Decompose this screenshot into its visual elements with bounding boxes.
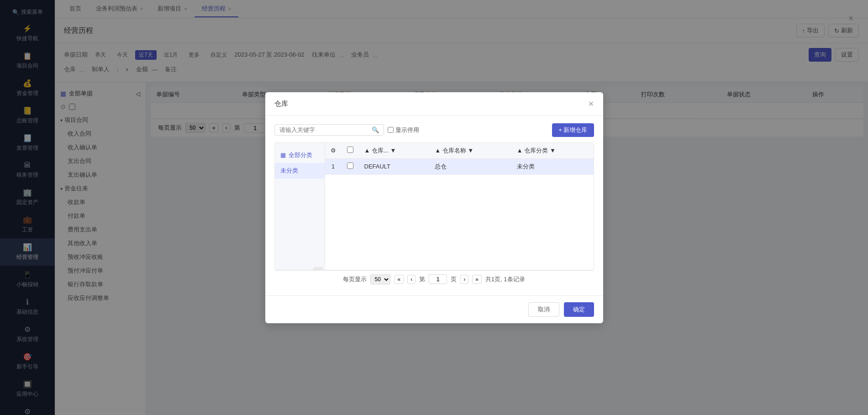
modal-page-size-select[interactable]: 50 [370, 274, 390, 284]
modal-category-panel: ▦ 全部分类 未分类 ◀ [275, 143, 325, 270]
gear-icon[interactable]: ⚙ [331, 147, 336, 154]
modal-first-page-btn[interactable]: « [394, 275, 404, 284]
row-checkbox-cell [342, 158, 359, 174]
col-warehouse-category[interactable]: ▲ 仓库分类 ▼ [511, 143, 594, 159]
cancel-button[interactable]: 取消 [528, 302, 559, 317]
modal-last-page-btn[interactable]: » [472, 275, 482, 284]
modal-content-split: ▦ 全部分类 未分类 ◀ [274, 142, 594, 270]
col-select [342, 143, 359, 159]
warehouse-modal: 仓库 × 🔍 显示停用 + 新增仓库 [265, 92, 603, 323]
modal-next-page-btn[interactable]: › [460, 275, 468, 284]
modal-footer-actions: 取消 确定 [265, 295, 603, 323]
category-unclassified[interactable]: 未分类 [275, 163, 325, 179]
row-category-cell: 未分类 [511, 158, 594, 174]
modal-toolbar: 🔍 显示停用 + 新增仓库 [274, 123, 594, 137]
modal-page-size-label: 每页显示 [343, 275, 367, 284]
warehouse-table: ⚙ ▲ 仓库... ▼ ▲ 仓库名称 ▼ [325, 143, 594, 175]
table-row[interactable]: 1 DEFAULT 总仓 未分类 [325, 158, 594, 174]
modal-total-label: 共1页, 1条记录 [485, 275, 525, 284]
modal-table-panel: ⚙ ▲ 仓库... ▼ ▲ 仓库名称 ▼ [325, 143, 594, 270]
new-warehouse-btn[interactable]: + 新增仓库 [552, 123, 594, 137]
row-name-cell: 总仓 [429, 158, 511, 174]
left-collapse-btn[interactable]: ◀ [313, 267, 323, 270]
select-all-checkbox[interactable] [347, 147, 353, 153]
modal-title: 仓库 [274, 100, 288, 108]
modal-search: 🔍 显示停用 [274, 124, 419, 136]
modal-body: 🔍 显示停用 + 新增仓库 ▦ [265, 116, 603, 295]
col-gear[interactable]: ⚙ [325, 143, 342, 159]
search-input[interactable] [279, 126, 369, 133]
modal-page-input[interactable] [429, 274, 447, 284]
search-icon: 🔍 [372, 126, 379, 133]
modal-close-btn[interactable]: × [589, 99, 594, 109]
row-gear-cell: 1 [325, 158, 342, 174]
row-checkbox[interactable] [347, 163, 353, 169]
search-box: 🔍 [274, 124, 384, 136]
show-disabled-label[interactable]: 显示停用 [388, 126, 419, 134]
col-warehouse-name[interactable]: ▲ 仓库名称 ▼ [429, 143, 511, 159]
modal-page-label-pre: 第 [419, 275, 425, 284]
row-code-cell: DEFAULT [359, 158, 430, 174]
modal-page-label: 页 [451, 275, 457, 284]
show-disabled-checkbox[interactable] [388, 127, 394, 133]
all-categories-header[interactable]: ▦ 全部分类 [275, 147, 325, 163]
confirm-button[interactable]: 确定 [564, 302, 594, 317]
modal-pagination: 每页显示 50 « ‹ 第 页 › » 共1页, 1条记录 [274, 270, 594, 288]
modal-overlay: 仓库 × 🔍 显示停用 + 新增仓库 [0, 0, 868, 415]
col-warehouse-code[interactable]: ▲ 仓库... ▼ [359, 143, 430, 159]
grid-icon: ▦ [280, 152, 286, 158]
modal-prev-page-btn[interactable]: ‹ [407, 275, 416, 284]
modal-header: 仓库 × [265, 92, 603, 116]
